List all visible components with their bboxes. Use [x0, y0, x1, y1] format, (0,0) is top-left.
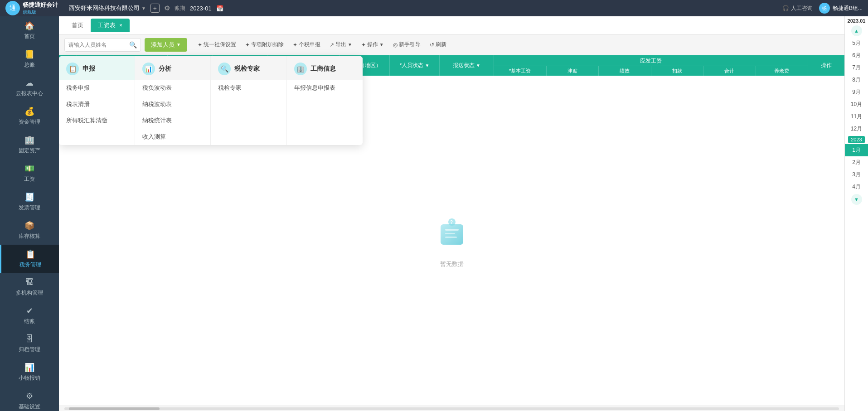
date-month-4[interactable]: 4月	[845, 181, 868, 193]
export-dropdown-icon: ▼	[348, 42, 352, 47]
sidebar-item-tax[interactable]: 📋 税务管理	[0, 245, 59, 273]
dropdown-col-tax-expert: 🔍 税检专家 税检专家	[211, 56, 287, 145]
asset-icon: 🏢	[24, 135, 34, 145]
user-label: 畅捷通B组...	[833, 5, 863, 12]
svg-rect-2	[445, 233, 455, 234]
guide-icon: ◎	[393, 42, 398, 48]
sidebar-item-mini-sales[interactable]: 📊 小畅报销	[0, 358, 59, 387]
dropdown-item-tax-burden[interactable]: 税负波动表	[135, 80, 211, 96]
date-nav-down[interactable]: ▼	[851, 194, 862, 205]
social-insurance-button[interactable]: ✦ 统一社保设置	[195, 39, 239, 50]
scrollbar-track[interactable]	[64, 407, 839, 410]
home-icon: 🏠	[24, 21, 34, 31]
search-input[interactable]	[68, 42, 127, 48]
th-report-status[interactable]: 报送状态 ▼	[440, 55, 494, 76]
service-button[interactable]: 🎧 人工咨询	[782, 5, 813, 12]
guide-button[interactable]: ◎ 新手引导	[390, 39, 423, 50]
date-month-11[interactable]: 11月	[845, 111, 868, 123]
sidebar-item-asset[interactable]: 🏢 固定资产	[0, 131, 59, 159]
dropdown-item-tax-expert[interactable]: 税检专家	[211, 80, 286, 96]
company-name: 西安虾米网络科技有限公司	[69, 4, 140, 12]
date-month-10[interactable]: 10月	[845, 98, 868, 111]
th-status[interactable]: *人员状态 ▼	[390, 55, 440, 76]
tax-filing-icon: ✦	[293, 42, 297, 48]
dropdown-item-annual-report[interactable]: 年报信息申报表	[287, 80, 363, 96]
tab-home[interactable]: 首页	[64, 19, 91, 32]
date-month-5[interactable]: 5月	[845, 37, 868, 49]
refresh-button[interactable]: ↺ 刷新	[427, 39, 449, 50]
sidebar-item-multi-org[interactable]: 🏗 多机构管理	[0, 273, 59, 301]
dropdown-item-tax-filing[interactable]: 税务申报	[59, 80, 135, 96]
scrollbar-area[interactable]	[59, 406, 844, 411]
operation-button[interactable]: ✦ 操作 ▼	[359, 39, 387, 50]
special-deduction-button[interactable]: ✦ 专项附加扣除	[242, 39, 286, 50]
user-info[interactable]: 畅 畅捷通B组...	[819, 3, 863, 14]
calendar-icon[interactable]: 📅	[216, 5, 223, 12]
dropdown-item-income-calc[interactable]: 收入测算	[135, 129, 211, 145]
social-insurance-icon: ✦	[198, 42, 202, 48]
svg-text:?: ?	[450, 220, 453, 225]
svg-rect-1	[445, 229, 459, 231]
tax-filing-button[interactable]: ✦ 个税申报	[290, 39, 323, 50]
dropdown-item-tax-table[interactable]: 税表清册	[59, 96, 135, 112]
analysis-col-icon: 📊	[142, 63, 155, 75]
multi-org-icon: 🏗	[25, 278, 34, 287]
dropdown-menu: 📋 申报 税务申报 税表清册 所得税汇算清缴 📊 分析 税负波动表 纳税波动表 …	[59, 56, 363, 145]
date-month-6[interactable]: 6月	[845, 49, 868, 62]
company-selector[interactable]: 西安虾米网络科技有限公司 ▼	[69, 4, 146, 12]
th-pension: 养老费	[756, 66, 808, 76]
archive-icon: 🗄	[25, 334, 34, 344]
date-month-1-active[interactable]: 1月	[845, 144, 868, 156]
add-company-button[interactable]: +	[150, 4, 160, 13]
sidebar-item-cloud[interactable]: ☁ 云报表中心	[0, 73, 59, 102]
settings-icon[interactable]: ⚙	[164, 4, 170, 12]
date-panel-header: 2023.01	[848, 16, 866, 24]
tab-bar: 首页 工资表 ×	[59, 16, 844, 34]
svg-rect-0	[441, 224, 463, 245]
date-nav-up[interactable]: ▲	[851, 25, 862, 36]
operation-dropdown-icon: ▼	[379, 42, 384, 47]
dropdown-item-tax-fluctuation[interactable]: 纳税波动表	[135, 96, 211, 112]
export-button[interactable]: ↗ 导出 ▼	[327, 39, 355, 50]
date-month-3[interactable]: 3月	[845, 169, 868, 181]
payroll-icon: 💵	[24, 164, 34, 174]
tab-close-icon[interactable]: ×	[119, 22, 122, 29]
dropdown-item-tax-stats[interactable]: 纳税统计表	[135, 112, 211, 129]
add-person-button[interactable]: 添加人员 ▼	[145, 38, 187, 52]
sidebar-item-invoice[interactable]: 🧾 发票管理	[0, 188, 59, 216]
sidebar-item-settle[interactable]: ✔ 结账	[0, 301, 59, 330]
toolbar: 🔍 添加人员 ▼ ✦ 统一社保设置 ✦ 专项附加扣除 ✦ 个税申报 ↗ 导出	[59, 34, 844, 55]
th-allowance: 津贴	[547, 66, 599, 76]
date-month-7[interactable]: 7月	[845, 62, 868, 74]
year-badge[interactable]: 2023	[848, 136, 864, 143]
declaration-col-icon: 📋	[66, 63, 79, 75]
sidebar-item-payroll[interactable]: 💵 工资	[0, 159, 59, 188]
sidebar-item-ledger[interactable]: 📒 总账	[0, 45, 59, 73]
date-month-12[interactable]: 12月	[845, 123, 868, 135]
tab-payroll[interactable]: 工资表 ×	[91, 19, 130, 32]
date-month-8[interactable]: 8月	[845, 74, 868, 86]
date-month-9[interactable]: 9月	[845, 86, 868, 98]
app-title: 畅捷通好会计	[23, 1, 58, 9]
sidebar-item-fund[interactable]: 💰 资金管理	[0, 102, 59, 131]
date-month-2[interactable]: 2月	[845, 156, 868, 169]
sidebar-item-home[interactable]: 🏠 首页	[0, 16, 59, 45]
avatar: 畅	[819, 3, 830, 14]
period-value: 2023-01	[190, 5, 212, 12]
sidebar-item-archive[interactable]: 🗄 归档管理	[0, 330, 59, 358]
headset-icon: 🎧	[782, 5, 789, 11]
dropdown-col-header-analysis: 📊 分析	[135, 56, 211, 80]
dropdown-col-analysis: 📊 分析 税负波动表 纳税波动表 纳税统计表 收入测算	[135, 56, 211, 145]
dropdown-item-income-tax[interactable]: 所得税汇算清缴	[59, 112, 135, 129]
dropdown-col-header-business-info: 🏢 工商信息	[287, 56, 363, 80]
th-operation: 操作	[808, 55, 844, 76]
mini-sales-icon: 📊	[24, 363, 34, 372]
scrollbar-thumb[interactable]	[69, 407, 160, 410]
search-input-wrap: 🔍	[64, 38, 141, 52]
fund-icon: 💰	[24, 106, 34, 116]
sidebar-item-basic[interactable]: ⚙ 基础设置	[0, 387, 59, 411]
basic-icon: ⚙	[26, 391, 33, 401]
logo-area: 通 畅捷通好会计 旗舰版	[5, 1, 64, 15]
cloud-icon: ☁	[25, 78, 34, 88]
sidebar-item-inventory[interactable]: 📦 库存核算	[0, 216, 59, 245]
